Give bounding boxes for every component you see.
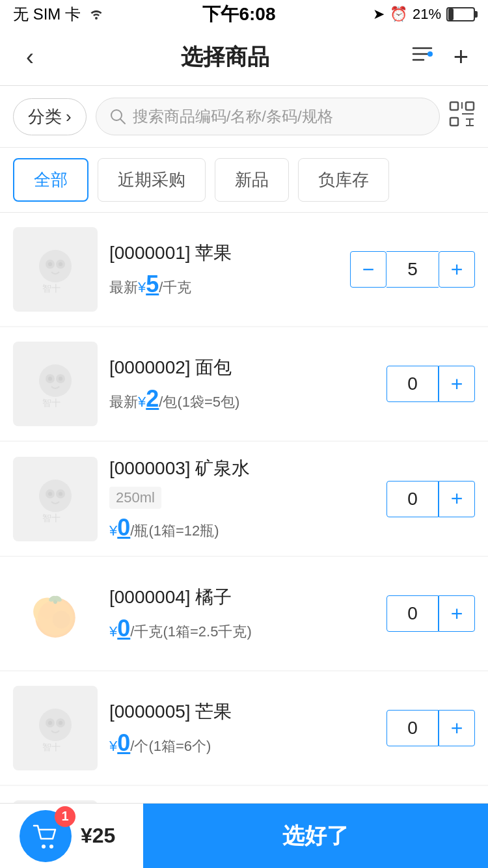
bottom-bar: 1 ¥25 选好了 [0, 803, 488, 868]
table-row: 智十 [0000005] 芒果 ¥ 0 /个 (1箱=6个) 0 + [0, 671, 488, 785]
qty-plus-button[interactable]: + [439, 481, 475, 517]
qty-display: 0 [386, 595, 439, 632]
qty-display: 0 [386, 481, 439, 517]
table-row: 智十 [0000001] 苹果 最新 ¥ 5 /千克 − + [0, 213, 488, 326]
cart-icon [31, 823, 60, 849]
qty-plus-button[interactable]: + [439, 595, 475, 632]
cart-badge: 1 [55, 806, 75, 827]
product-price: ¥ 0 /个 (1箱=6个) [109, 729, 375, 757]
price-label: 最新 [109, 392, 138, 412]
price-currency: ¥ [138, 279, 146, 296]
product-image-4: 智十 [13, 686, 98, 770]
status-left: 无 SIM 卡 [13, 4, 105, 25]
svg-rect-6 [450, 102, 458, 110]
tab-new[interactable]: 新品 [215, 158, 289, 202]
price-value: 0 [117, 514, 130, 541]
qty-plus-button[interactable]: + [439, 366, 475, 402]
tab-negative[interactable]: 负库存 [298, 158, 389, 202]
cart-button[interactable]: 1 [20, 810, 72, 862]
cart-section: 1 ¥25 [0, 810, 143, 862]
product-image-1: 智十 [13, 342, 98, 426]
product-list: 智十 [0000001] 苹果 最新 ¥ 5 /千克 − + [0, 213, 488, 868]
svg-point-40 [39, 709, 72, 741]
product-name: [0000002] 面包 [109, 355, 375, 380]
price-currency: ¥ [109, 522, 117, 539]
svg-point-14 [39, 250, 72, 282]
product-price: ¥ 0 /瓶 (1箱=12瓶) [109, 514, 375, 541]
qty-plus-button[interactable]: + [439, 251, 475, 288]
placeholder-owl-icon: 智十 [29, 243, 81, 295]
qty-control: 0 + [386, 366, 475, 402]
product-name: [0000003] 矿泉水 [109, 456, 375, 481]
price-note: (1箱=2.5千克) [163, 622, 251, 642]
product-price: 最新 ¥ 2 /包 (1袋=5包) [109, 385, 375, 413]
nav-actions: + [411, 42, 468, 72]
battery-icon [446, 7, 475, 21]
page-title: 选择商品 [181, 42, 269, 72]
svg-point-20 [39, 364, 72, 397]
product-image-0: 智十 [13, 227, 98, 312]
price-value: 5 [146, 271, 159, 298]
price-value: 0 [117, 729, 130, 757]
price-currency: ¥ [109, 738, 117, 755]
qty-control: − + [350, 251, 475, 288]
product-info: [0000005] 芒果 ¥ 0 /个 (1箱=6个) [109, 699, 375, 757]
product-image-3 [13, 571, 98, 656]
nav-bar: ‹ 选择商品 + [0, 29, 488, 86]
orange-fruit-image [29, 588, 81, 640]
qty-plus-button[interactable]: + [439, 710, 475, 746]
svg-rect-8 [450, 118, 458, 126]
alarm-icon: ⏰ [390, 6, 407, 23]
product-name: [0000001] 苹果 [109, 241, 338, 265]
placeholder-owl-icon: 智十 [29, 473, 81, 525]
cart-total: ¥25 [81, 824, 115, 848]
tabs: 全部 近期采购 新品 负库存 [0, 148, 488, 213]
category-button[interactable]: 分类 › [13, 98, 87, 135]
scan-button[interactable] [449, 101, 475, 133]
svg-point-17 [48, 262, 52, 266]
confirm-button[interactable]: 选好了 [143, 804, 488, 868]
svg-line-5 [120, 119, 125, 124]
qty-display: 0 [386, 710, 439, 746]
product-spec: 250ml [109, 487, 161, 509]
svg-point-39 [53, 611, 70, 629]
qty-input[interactable] [386, 251, 439, 288]
add-button[interactable]: + [454, 42, 468, 72]
price-value: 0 [117, 615, 130, 642]
location-icon: ➤ [373, 6, 385, 23]
svg-text:智十: 智十 [42, 513, 61, 523]
placeholder-owl-icon: 智十 [29, 358, 81, 410]
status-time: 下午6:08 [202, 2, 275, 27]
product-info: [0000002] 面包 最新 ¥ 2 /包 (1袋=5包) [109, 355, 375, 413]
svg-rect-7 [466, 102, 474, 110]
product-info: [0000004] 橘子 ¥ 0 /千克 (1箱=2.5千克) [109, 585, 375, 642]
qty-display: 0 [386, 366, 439, 402]
svg-point-26 [39, 480, 72, 512]
price-currency: ¥ [109, 623, 117, 640]
price-note: (1袋=5包) [177, 392, 239, 412]
battery-percent: 21% [413, 6, 441, 23]
status-bar: 无 SIM 卡 下午6:08 ➤ ⏰ 21% [0, 0, 488, 29]
search-box[interactable]: 搜索商品编码/名称/条码/规格 [96, 98, 440, 135]
tab-recent[interactable]: 近期采购 [98, 158, 206, 202]
price-unit: /千克 [130, 622, 163, 642]
svg-point-43 [48, 721, 52, 725]
svg-point-44 [59, 721, 62, 725]
svg-point-59 [49, 845, 53, 848]
svg-point-18 [59, 262, 62, 266]
price-label: 最新 [109, 278, 138, 297]
price-unit: /瓶 [130, 521, 148, 541]
chevron-right-icon: › [66, 107, 72, 127]
filter-icon[interactable] [411, 43, 434, 71]
price-currency: ¥ [138, 394, 146, 411]
placeholder-owl-icon: 智十 [29, 702, 81, 754]
qty-minus-button[interactable]: − [350, 251, 386, 288]
svg-point-23 [48, 377, 52, 381]
svg-text:智十: 智十 [42, 283, 61, 293]
qty-control: 0 + [386, 481, 475, 517]
svg-point-3 [427, 51, 433, 57]
back-button[interactable]: ‹ [20, 37, 40, 77]
svg-point-29 [48, 492, 52, 496]
svg-point-30 [59, 492, 62, 496]
tab-all[interactable]: 全部 [13, 158, 88, 202]
